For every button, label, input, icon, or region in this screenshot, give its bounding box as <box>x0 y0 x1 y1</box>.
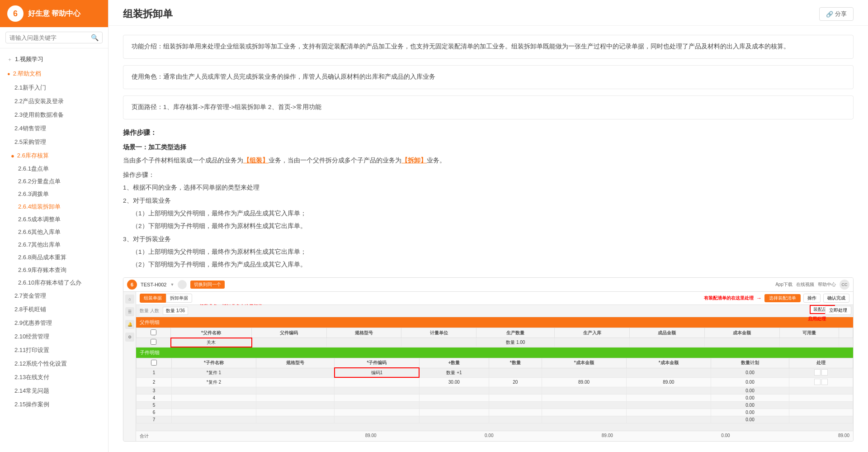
sidebar-item-inventory[interactable]: ● 2.6库存核算 <box>0 149 108 162</box>
sidebar-item-adjust[interactable]: 2.6.3调拨单 <box>0 188 108 200</box>
settings-icon: ⚙ <box>125 333 134 342</box>
main-content-area: 组装拆卸单 🔗 分享 功能介绍：组装拆卸单用来处理企业组装或拆卸等加工业务，支持… <box>108 0 868 452</box>
sidebar-item-other-out[interactable]: 2.6.7其他出库单 <box>0 238 108 251</box>
app-footer-row: 合计 89.00 0.00 89.00 0.00 89.00 <box>136 431 853 441</box>
app-lower-section-header: 子件明细 <box>136 347 853 358</box>
upper-table-wrap: *父件名称 父件编码 规格型号 计量单位 生产数量 生产入库 成品金额 成本金额 <box>136 328 853 347</box>
sidebar-item-operation[interactable]: 2.10经营管理 <box>0 330 108 343</box>
app-info-row: 数量 人数 数量 1/36 <box>140 305 849 317</box>
role-intro-box: 使用角色：通常由生产人员或库管人员完成拆装业务的操作，库管人员确认原材料的出库和… <box>123 65 854 89</box>
label: 2.9优惠券管理 <box>14 319 52 326</box>
lower-table: *子件名称 规格型号 *子件编码 +数量 *数量 *成本金额 *成本金额 数量计… <box>136 358 853 423</box>
sidebar-item-goods-cost[interactable]: 2.6.8商品成本重算 <box>0 251 108 264</box>
sidebar-item-video[interactable]: ＋ 1.视频学习 <box>0 52 108 67</box>
sidebar-item-mobile[interactable]: 2.8手机旺铺 <box>0 303 108 316</box>
parent-name-cell: 关木 <box>171 338 252 347</box>
share-icon: 🔗 <box>826 11 833 18</box>
sidebar-item-sales[interactable]: 2.4销售管理 <box>0 122 108 135</box>
sidebar-item-split-stocktake[interactable]: 2.6.2分量盘点单 <box>0 175 108 188</box>
sidebar-item-purchase[interactable]: 2.5采购管理 <box>0 135 108 149</box>
table-row: 7 0.00 <box>137 416 853 423</box>
path-intro-text: 页面路径：1、库存核算->库存管理->组装拆卸单 2、首页->常用功能 <box>132 104 321 110</box>
app-content: 组装单据 拆卸单据 组装业务、拆卸业务在这里切换 有装配清单的在这里处理 → 选… <box>136 292 853 441</box>
sidebar-item-newcomer[interactable]: 2.1新手入门 <box>0 81 108 95</box>
sidebar-item-finance[interactable]: 2.7资金管理 <box>0 289 108 303</box>
screenshot-wrapper: 6 TEST-H002 ▼ 切换到同一个 App下载 在线视频 帮助中心 CC <box>123 278 853 441</box>
sidebar-item-inv-error[interactable]: 2.6.10库存账本错了么办 <box>0 276 108 289</box>
nav-section-video: ＋ 1.视频学习 <box>0 52 108 67</box>
user-avatar: CC <box>840 280 849 290</box>
sidebar-item-label: 2.帮助文档 <box>13 70 42 78</box>
sidebar-item-install[interactable]: 2.2产品安装及登录 <box>0 95 108 108</box>
label: 2.15操作案例 <box>14 401 49 408</box>
search-input[interactable] <box>9 34 91 41</box>
th-spec: 规格型号 <box>326 328 401 338</box>
enable-btn[interactable]: 立即处理 <box>825 306 851 315</box>
step3: 3、对于拆装业务 <box>123 234 854 245</box>
sidebar-item-faq[interactable]: 2.14常见问题 <box>0 384 108 398</box>
company-select: TEST-H002 <box>141 282 166 287</box>
sidebar-item-data-prep[interactable]: 2.3使用前数据准备 <box>0 108 108 122</box>
select-all-lower[interactable] <box>151 360 157 366</box>
table-row: 2 *复件 2 30.00 20 89.00 89.00 0.00 <box>137 377 853 387</box>
step3-1: （1）上部明细为父件明细，最终作为原材料生成其它出库单； <box>123 247 854 257</box>
footer-label: 合计 <box>140 433 149 439</box>
label: 2.7资金管理 <box>14 292 46 299</box>
sidebar-item-inv-query[interactable]: 2.6.9库存账本查询 <box>0 264 108 276</box>
minus-icon: ● <box>7 71 10 76</box>
annotation1: 有装配清单的在这里处理 <box>704 295 754 301</box>
label: 2.11打印设置 <box>14 347 49 353</box>
th-cost1: 成品金额 <box>630 328 705 338</box>
sidebar-header: 6 好生意 帮助中心 <box>0 0 108 27</box>
confirm-btn[interactable]: 确认完成 <box>823 294 849 303</box>
app-name: 好生意 帮助中心 <box>28 9 80 19</box>
share-button[interactable]: 🔗 分享 <box>819 7 854 21</box>
label: 2.8手机旺铺 <box>14 306 46 313</box>
th-parent-code: 父件编码 <box>252 328 327 338</box>
th-storage-in: 生产入库 <box>555 328 630 338</box>
bom-select-btn[interactable]: 选择装配清单 <box>764 294 801 302</box>
app-branch-btn[interactable]: 切换到同一个 <box>190 281 225 289</box>
sidebar-item-stocktake[interactable]: 2.6.1盘点单 <box>0 162 108 175</box>
annotation4: 启用处理 <box>808 316 826 322</box>
upper-table: *父件名称 父件编码 规格型号 计量单位 生产数量 生产入库 成品金额 成本金额 <box>136 328 853 347</box>
sidebar-item-coupon[interactable]: 2.9优惠券管理 <box>0 316 108 330</box>
link-disassembly[interactable]: 【拆卸】 <box>401 157 427 164</box>
label: 2.13在线支付 <box>14 374 49 381</box>
scene1-desc: 当由多个子件材料组装成一个成品的业务为【组装】业务，当由一个父件拆分成多个子产品… <box>123 155 854 166</box>
sidebar-item-docs[interactable]: ● 2.帮助文档 <box>0 67 108 81</box>
app-topbar: 6 TEST-H002 ▼ 切换到同一个 App下载 在线视频 帮助中心 CC <box>123 278 853 292</box>
th-checkbox <box>137 328 171 338</box>
table-row: 4 0.00 <box>137 394 853 401</box>
select-all-upper[interactable] <box>151 329 156 335</box>
caret-icon: ▼ <box>170 282 174 287</box>
sidebar-item-assembly[interactable]: 2.6.4组装拆卸单 <box>0 200 108 213</box>
sidebar-item-cost-adjust[interactable]: 2.6.5成本调整单 <box>0 213 108 226</box>
inventory-deep-items: 2.6.1盘点单 2.6.2分量盘点单 2.6.3调拨单 2.6.4组装拆卸单 … <box>0 162 108 289</box>
sidebar-item-print[interactable]: 2.11打印设置 <box>0 343 108 357</box>
feature-intro-text: 功能介绍：组装拆卸单用来处理企业组装或拆卸等加工业务，支持有固定装配清单的产品加… <box>132 43 790 50</box>
link-assembly[interactable]: 【组装】 <box>243 157 269 164</box>
search-wrap[interactable]: 🔍 <box>5 32 103 43</box>
app-topbar-logo: 6 <box>127 280 137 290</box>
th-cost2: 成本金额 <box>704 328 779 338</box>
docs-sub-items: 2.1新手入门 2.2产品安装及登录 2.3使用前数据准备 2.4销售管理 2.… <box>0 81 108 411</box>
table-row: 6 0.00 <box>137 409 853 416</box>
sidebar-item-personalize[interactable]: 2.12系统个性化设置 <box>0 357 108 371</box>
bell-icon: 🔔 <box>125 320 134 329</box>
assembly-btn[interactable]: 组装单据 <box>140 294 166 303</box>
sidebar-item-other-in[interactable]: 2.6.6其他入库单 <box>0 226 108 238</box>
disassembly-btn[interactable]: 拆卸单据 <box>166 294 192 303</box>
sidebar-item-online-pay[interactable]: 2.13在线支付 <box>0 371 108 384</box>
action-btn1[interactable]: 操作 <box>803 294 821 303</box>
app-icon-rail: ⌂ ☰ 🔔 ⚙ <box>123 292 136 441</box>
app-main-layout: ⌂ ☰ 🔔 ⚙ 组装单据 拆卸单据 <box>123 292 853 441</box>
step3-2: （2）下部明细为子件明细，最终作为产成品生成其它入库单。 <box>123 259 854 270</box>
role-intro-text: 使用角色：通常由生产人员或库管人员完成拆装业务的操作，库管人员确认原材料的出库和… <box>132 73 435 80</box>
sidebar-item-cases[interactable]: 2.15操作案例 <box>0 398 108 411</box>
app-toolbar-row1: 组装单据 拆卸单据 组装业务、拆卸业务在这里切换 有装配清单的在这里处理 → 选… <box>136 292 853 305</box>
row-checkbox[interactable] <box>151 339 156 345</box>
sidebar-nav: ＋ 1.视频学习 ● 2.帮助文档 2.1新手入门 2.2产品安装及登录 2.3… <box>0 48 108 452</box>
label: 2.10经营管理 <box>14 333 49 340</box>
th-qty: 生产数量 <box>476 328 555 338</box>
